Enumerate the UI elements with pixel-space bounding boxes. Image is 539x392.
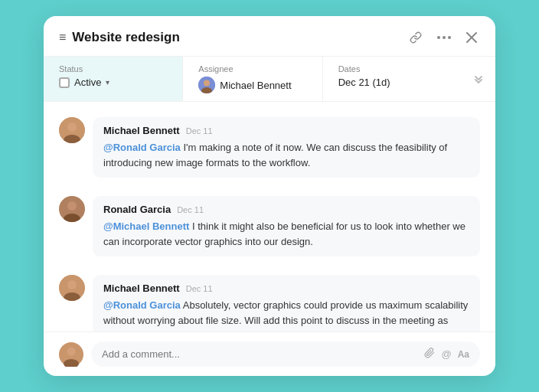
mention: @Michael Bennett — [103, 220, 189, 232]
svg-point-12 — [67, 201, 77, 211]
format-icon[interactable]: Aa — [458, 349, 469, 360]
comment-author: Ronald Garcia — [103, 204, 171, 215]
avatar — [59, 117, 85, 143]
svg-point-18 — [67, 347, 76, 355]
svg-point-6 — [204, 80, 210, 87]
dates-field[interactable]: Dates Dec 21 (1d) — [322, 57, 462, 101]
comment-author: Michael Bennett — [103, 283, 180, 294]
assignee-value: Michael Bennett — [198, 77, 306, 93]
comment-meta: Ronald Garcia Dec 11 — [103, 204, 469, 215]
status-text: Active — [74, 77, 101, 88]
assignee-label: Assignee — [198, 64, 306, 74]
close-button[interactable] — [463, 31, 480, 44]
comment-body: Michael Bennett Dec 11 @Ronald Garcia I'… — [93, 117, 480, 178]
comment-author: Michael Bennett — [103, 125, 180, 136]
comments-list: Michael Bennett Dec 11 @Ronald Garcia I'… — [44, 102, 495, 332]
dates-label: Dates — [338, 64, 446, 74]
comment-input[interactable] — [102, 348, 418, 360]
status-chevron-icon: ▾ — [106, 78, 109, 87]
comment-input-wrap[interactable]: @ Aa — [91, 341, 480, 367]
header-actions — [407, 30, 480, 45]
current-user-avatar — [59, 342, 83, 367]
comment-text: @Ronald Garcia I'm making a note of it n… — [103, 140, 469, 170]
comment-item: Michael Bennett Dec 11 @Ronald Garcia I'… — [59, 109, 480, 185]
status-checkbox — [59, 77, 70, 88]
svg-point-0 — [437, 36, 440, 39]
comment-item: Michael Bennett Dec 11 @Ronald Garcia Ab… — [59, 267, 480, 332]
collapse-button[interactable] — [462, 57, 495, 101]
assignee-name: Michael Bennett — [220, 80, 291, 91]
link-button[interactable] — [407, 30, 425, 45]
comment-text: @Michael Bennett I think it might also b… — [103, 219, 469, 249]
comment-body: Ronald Garcia Dec 11 @Michael Bennett I … — [93, 196, 480, 256]
svg-point-1 — [443, 36, 446, 39]
svg-point-9 — [67, 122, 77, 132]
comment-date: Dec 11 — [177, 205, 204, 214]
comment-text: @Ronald Garcia Absolutely, vector graphi… — [103, 298, 469, 332]
dates-text: Dec 21 (1d) — [338, 77, 390, 88]
comment-meta: Michael Bennett Dec 11 — [103, 125, 469, 136]
comment-date: Dec 11 — [186, 284, 213, 293]
comment-date: Dec 11 — [186, 126, 213, 136]
svg-point-2 — [448, 36, 451, 39]
dates-value: Dec 21 (1d) — [338, 77, 446, 88]
mention: @Ronald Garcia — [103, 299, 181, 311]
task-icon: ≡ — [59, 31, 66, 44]
avatar — [59, 275, 85, 301]
assignee-field[interactable]: Assignee Michael Bennett — [182, 57, 322, 101]
comment-item: Ronald Garcia Dec 11 @Michael Bennett I … — [59, 188, 480, 264]
comment-body: Michael Bennett Dec 11 @Ronald Garcia Ab… — [93, 275, 480, 332]
more-button[interactable] — [434, 34, 454, 41]
avatar — [59, 196, 85, 222]
attach-icon[interactable] — [424, 348, 435, 361]
comment-input-row: @ Aa — [44, 332, 495, 376]
meta-bar: Status Active ▾ Assignee Michael Bennett — [44, 57, 495, 102]
mention: @Ronald Garcia — [103, 142, 181, 153]
card-title: Website redesign — [72, 30, 407, 45]
status-label: Status — [59, 64, 167, 74]
status-value[interactable]: Active ▾ — [59, 77, 167, 88]
svg-point-15 — [67, 280, 77, 289]
task-card: ≡ Website redesign — [44, 16, 495, 376]
status-field[interactable]: Status Active ▾ — [44, 57, 182, 101]
mention-icon[interactable]: @ — [441, 348, 451, 360]
assignee-avatar — [198, 77, 215, 93]
card-header: ≡ Website redesign — [44, 16, 495, 57]
comment-meta: Michael Bennett Dec 11 — [103, 283, 469, 294]
